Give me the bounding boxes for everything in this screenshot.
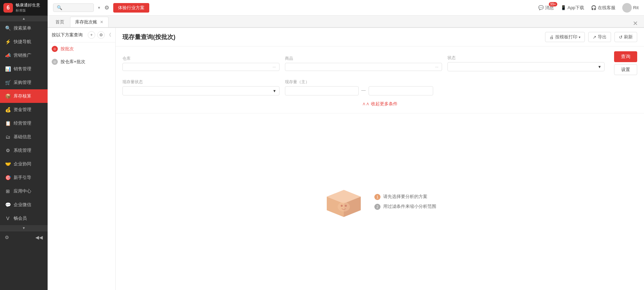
- sidebar-item-label: 企业微信: [14, 202, 31, 208]
- sidebar-item-label: 新手引导: [14, 175, 31, 181]
- tab-close-icon[interactable]: ✕: [100, 20, 103, 24]
- content-area: 按以下方案查询 + ⚙ 《 ◎ 按批次 ◎ 按仓库+批次: [48, 28, 644, 290]
- user-profile-button[interactable]: Rit: [622, 3, 639, 13]
- member-icon: V: [5, 215, 11, 221]
- stock-main-to[interactable]: [369, 86, 433, 95]
- sidebar-item-sales[interactable]: 📊 销售管理: [0, 62, 48, 76]
- topbar-search-box[interactable]: 🔍: [53, 3, 94, 12]
- warehouse-label: 仓库: [122, 56, 279, 61]
- product-more-icon[interactable]: ···: [435, 65, 438, 69]
- print-button[interactable]: 🖨 按模板打印 ▾: [545, 32, 585, 42]
- batch-scheme-icon: ◎: [52, 46, 58, 52]
- online-service-button[interactable]: 🎧 在线客服: [591, 5, 615, 11]
- page-header: 现存量查询(按批次) 🖨 按模板打印 ▾ ↗ 导出 ↺ 刷新: [116, 28, 644, 47]
- warehouse-more-icon[interactable]: ···: [273, 65, 276, 69]
- sidebar-brand: 畅康通好生意 标准版: [16, 3, 40, 13]
- collapse-label: 收起更多条件: [371, 101, 397, 106]
- message-badge: 99+: [549, 2, 557, 6]
- sidebar-item-label: 企业协同: [14, 161, 31, 167]
- system-icon: ⚙: [5, 147, 11, 153]
- stock-status-filter: 现存量状态 ▾: [122, 79, 279, 95]
- avatar: [622, 3, 632, 13]
- close-all-button[interactable]: ✕: [629, 20, 641, 27]
- sidebar-scroll-down[interactable]: ▼: [0, 225, 48, 231]
- stock-range-separator: —: [361, 82, 366, 93]
- sidebar-item-operations[interactable]: 📋 经营管理: [0, 116, 48, 130]
- refresh-button[interactable]: ↺ 刷新: [614, 32, 637, 42]
- warehouse-filter: 仓库 ···: [122, 56, 279, 71]
- sidebar-item-search[interactable]: 🔍 搜索菜单: [0, 21, 48, 35]
- app-download-button[interactable]: 📱 App下载: [561, 5, 584, 11]
- settings-scheme-button[interactable]: ⚙: [97, 31, 105, 39]
- tab-close-all: ✕: [629, 20, 641, 27]
- query-section: 查询 设置: [610, 51, 637, 75]
- settings-button[interactable]: 设置: [614, 64, 637, 75]
- print-label: 按模板打印: [555, 34, 577, 40]
- sidebar-item-purchase[interactable]: 🛒 采购管理: [0, 76, 48, 89]
- tab-inventory-batch[interactable]: 库存批次账 ✕: [70, 17, 108, 27]
- sidebar-settings-button[interactable]: ⚙: [5, 235, 9, 240]
- refresh-label: 刷新: [624, 34, 633, 40]
- sidebar-footer: ⚙ ◀◀: [0, 231, 48, 243]
- step-1-number: 1: [374, 194, 380, 200]
- sidebar-item-label: 系统管理: [14, 147, 31, 153]
- product-filter: 商品 ···: [285, 56, 442, 71]
- sidebar-item-apps[interactable]: ⊞ 应用中心: [0, 184, 48, 198]
- sidebar: 6 畅康通好生意 标准版 ▲ 🔍 搜索菜单 ⚡ 快捷导航 📣 营销推广 📊 销售…: [0, 0, 48, 290]
- sidebar-collapse-button[interactable]: ◀◀: [35, 235, 43, 240]
- print-dropdown-icon[interactable]: ▾: [579, 35, 580, 39]
- sidebar-item-newbie[interactable]: 🎯 新手引导: [0, 171, 48, 184]
- sidebar-item-wechat[interactable]: 💬 企业微信: [0, 198, 48, 212]
- scheme-item-by-warehouse-batch[interactable]: ◎ 按仓库+批次: [48, 55, 115, 68]
- status-arrow: ▾: [598, 64, 601, 69]
- industry-solution-button[interactable]: 体验行业方案: [113, 3, 149, 13]
- sidebar-item-marketing[interactable]: 📣 营销推广: [0, 49, 48, 62]
- left-panel-actions: + ⚙ 《: [88, 31, 111, 39]
- sidebar-item-label: 基础信息: [14, 134, 31, 140]
- sidebar-item-finance[interactable]: 💰 资金管理: [0, 103, 48, 116]
- tab-bar: 首页 库存批次账 ✕ ✕: [48, 16, 644, 28]
- sidebar-item-enterprise[interactable]: 🤝 企业协同: [0, 157, 48, 171]
- sidebar-item-member[interactable]: V 畅会员: [0, 212, 48, 225]
- dropdown-arrow[interactable]: ▾: [98, 5, 100, 10]
- svg-point-6: [345, 205, 347, 207]
- tab-home[interactable]: 首页: [50, 17, 69, 27]
- settings-gear[interactable]: ⚙: [104, 4, 109, 11]
- query-button[interactable]: 查询: [614, 51, 637, 62]
- stock-status-label: 现存量状态: [122, 79, 279, 85]
- product-input[interactable]: ···: [285, 63, 442, 71]
- sidebar-item-basic[interactable]: 🗂 基础信息: [0, 130, 48, 144]
- warehouse-input[interactable]: ···: [122, 63, 279, 71]
- topbar: 🔍 ▾ ⚙ 体验行业方案 💬 消息 99+ 📱 App下载 🎧 在线客服 Rit: [48, 0, 644, 16]
- scheme-label-by-batch: 按批次: [61, 46, 74, 52]
- stock-main-from[interactable]: [285, 86, 359, 95]
- sidebar-item-system[interactable]: ⚙ 系统管理: [0, 144, 48, 157]
- collapse-filter-button[interactable]: ∧∧ 收起更多条件: [122, 99, 637, 108]
- sidebar-scroll-up[interactable]: ▲: [0, 16, 48, 21]
- scheme-item-by-batch[interactable]: ◎ 按批次: [48, 42, 115, 55]
- status-select[interactable]: ▾: [447, 62, 605, 71]
- search-icon: 🔍: [5, 25, 11, 31]
- export-button[interactable]: ↗ 导出: [588, 32, 611, 42]
- message-button[interactable]: 💬 消息 99+: [538, 5, 554, 11]
- sidebar-item-label: 快捷导航: [14, 39, 31, 45]
- sidebar-item-quick-nav[interactable]: ⚡ 快捷导航: [0, 35, 48, 49]
- status-filter: 状态 ▾: [447, 55, 605, 71]
- sidebar-item-label: 资金管理: [14, 107, 31, 113]
- add-scheme-button[interactable]: +: [88, 31, 95, 39]
- sidebar-item-inventory[interactable]: 📦 库存核算: [0, 89, 48, 103]
- stock-status-select[interactable]: ▾: [122, 86, 279, 95]
- operations-icon: 📋: [5, 120, 11, 126]
- tab-home-label: 首页: [55, 19, 64, 24]
- sidebar-item-label: 库存核算: [14, 93, 31, 99]
- right-panel: 现存量查询(按批次) 🖨 按模板打印 ▾ ↗ 导出 ↺ 刷新: [116, 28, 644, 290]
- empty-illustration: [323, 181, 364, 222]
- sidebar-item-label: 搜索菜单: [14, 25, 31, 31]
- inventory-icon: 📦: [5, 93, 11, 99]
- refresh-icon: ↺: [619, 35, 623, 40]
- step-2-number: 2: [374, 204, 380, 210]
- online-service-label: 在线客服: [598, 5, 615, 11]
- sidebar-item-label: 畅会员: [14, 215, 27, 221]
- collapse-left-button[interactable]: 《: [107, 32, 111, 38]
- newbie-icon: 🎯: [5, 175, 11, 181]
